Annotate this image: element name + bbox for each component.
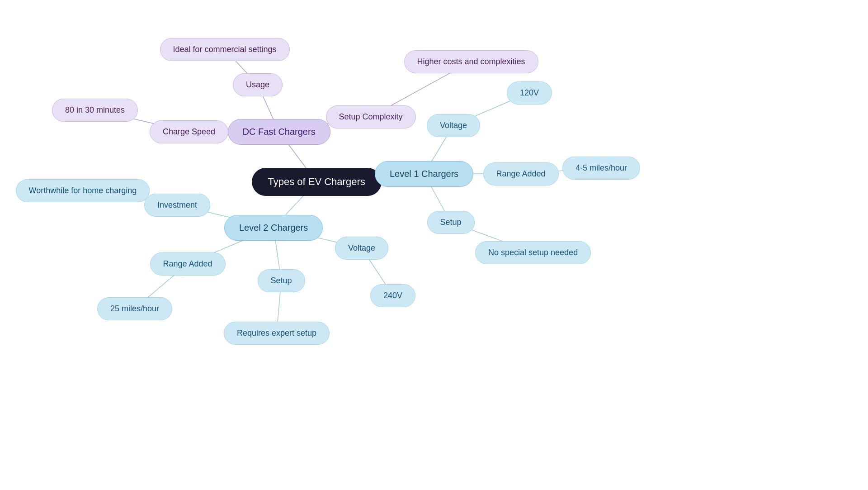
voltage-1-node: Voltage (427, 114, 480, 137)
setup-1-node: Setup (427, 211, 475, 234)
requires-expert-node: Requires expert setup (224, 322, 330, 345)
range-added-1-node: Range Added (483, 162, 559, 186)
setup-complexity-node: Setup Complexity (326, 105, 416, 128)
range-added-2-node: Range Added (150, 252, 226, 276)
usage-node: Usage (233, 73, 283, 96)
25miles-node: 25 miles/hour (97, 297, 172, 320)
ideal-commercial-node: Ideal for commercial settings (160, 38, 290, 61)
240v-node: 240V (370, 284, 415, 307)
no-special-setup-node: No special setup needed (475, 241, 591, 264)
level2-chargers-node: Level 2 Chargers (224, 215, 323, 241)
setup-2-node: Setup (258, 269, 305, 292)
higher-costs-node: Higher costs and complexities (404, 50, 538, 73)
worthwhile-home-node: Worthwhile for home charging (16, 179, 150, 202)
charge-speed-node: Charge Speed (150, 120, 228, 143)
level1-chargers-node: Level 1 Chargers (375, 161, 473, 187)
45miles-node: 4-5 miles/hour (562, 157, 640, 180)
voltage-2-node: Voltage (335, 237, 388, 260)
center-node: Types of EV Chargers (252, 168, 382, 196)
dc-fast-chargers-node: DC Fast Chargers (228, 119, 330, 145)
investment-node: Investment (144, 194, 210, 217)
eighty-30min-node: 80 in 30 minutes (52, 99, 138, 122)
120v-node: 120V (507, 81, 552, 105)
